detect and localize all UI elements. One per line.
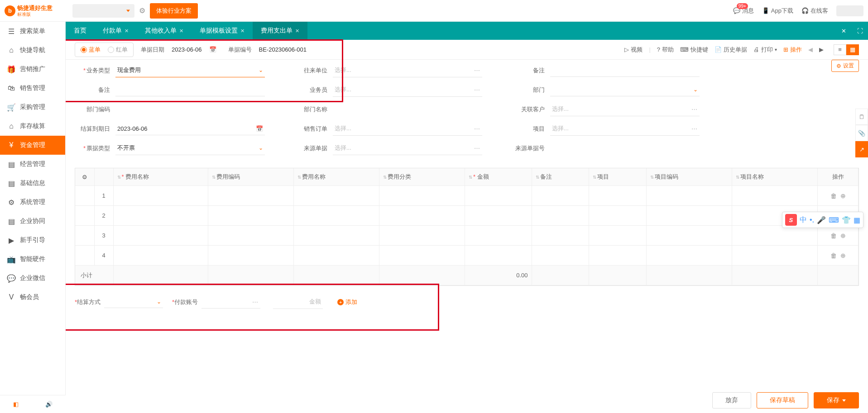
user-avatar[interactable] [836, 5, 863, 16]
tab-close-icon[interactable]: ✕ [125, 28, 129, 34]
sidebar-item-1[interactable]: ⌂快捷导航 [0, 41, 65, 60]
tab-fullscreen-icon[interactable]: ⛶ [852, 22, 868, 40]
table-settings-col[interactable]: ⚙ [75, 168, 94, 186]
tab-2[interactable]: 其他收入单✕ [137, 22, 192, 40]
pay-amount-input[interactable]: 金额 [273, 295, 323, 309]
add-row-icon[interactable]: ⊕ [840, 252, 846, 259]
gear-icon[interactable]: ⚙ [139, 6, 145, 15]
tab-1[interactable]: 付款单✕ [95, 22, 137, 40]
ime-lang[interactable]: 中 [800, 215, 807, 225]
messages-link[interactable]: 💬 消息 99+ [733, 7, 754, 15]
ime-toolbar[interactable]: S 中 •, 🎤 ⌨ 👕 ▦ [782, 212, 863, 228]
ime-punct-icon[interactable]: •, [810, 216, 814, 224]
save-button[interactable]: 保存 [814, 392, 859, 408]
sidebar-item-8[interactable]: ▤基础信息 [0, 174, 65, 193]
table-header[interactable]: ⇅* 费用名称 [113, 168, 208, 186]
online-service-link[interactable]: 🎧 在线客 [801, 7, 828, 15]
sound-icon[interactable]: 🔊 [45, 401, 53, 408]
pay-account-select[interactable]: ⋯ [201, 296, 260, 309]
source-doc-select[interactable]: 选择...⋯ [333, 141, 482, 155]
add-payment-link[interactable]: 添加 [337, 298, 357, 306]
sidebar-item-14[interactable]: V畅会员 [0, 288, 65, 307]
operator-select[interactable]: 选择...⋯ [333, 83, 482, 97]
sidebar-item-0[interactable]: ☰搜索菜单 [0, 22, 65, 41]
table-row[interactable]: 1🗑⊕ [75, 186, 858, 206]
blue-bill-radio[interactable]: 蓝单 [81, 46, 101, 54]
tab-4[interactable]: 费用支出单✕ [253, 22, 307, 40]
table-row[interactable]: 2🗑⊕ [75, 206, 858, 226]
tab-close-icon[interactable]: ✕ [240, 28, 245, 34]
tab-3[interactable]: 单据模板设置✕ [192, 22, 253, 40]
delete-row-icon[interactable]: 🗑 [830, 232, 837, 239]
prev-doc-icon[interactable]: ◀ [808, 46, 813, 53]
tab-close-icon[interactable]: ✕ [295, 28, 299, 34]
rel-customer-select[interactable]: 选择...⋯ [550, 102, 700, 116]
help-link[interactable]: ?帮助 [657, 46, 674, 54]
doc-date-value[interactable]: 2023-06-06 [172, 46, 202, 53]
list-view-button[interactable]: ≡ [834, 44, 846, 55]
table-header[interactable]: ⇅* 金额 [465, 168, 532, 186]
settle-date-input[interactable]: 2023-06-06📅 [115, 123, 265, 135]
ime-keyboard-icon[interactable]: ⌨ [829, 216, 839, 224]
tab-0[interactable]: 首页 [66, 22, 95, 40]
tab-close-icon[interactable]: ✕ [179, 28, 183, 34]
delete-row-icon[interactable]: 🗑 [830, 252, 837, 259]
ime-toolbox-icon[interactable]: ▦ [854, 216, 860, 224]
table-header[interactable]: ⇅备注 [532, 168, 589, 186]
remark-input[interactable] [550, 64, 700, 77]
operate-link[interactable]: ⊞操作 [783, 46, 802, 54]
ime-skin-icon[interactable]: 👕 [842, 216, 851, 224]
sidebar-item-6[interactable]: ¥资金管理 [0, 136, 65, 155]
tab-close-all-icon[interactable]: ✕ [835, 22, 852, 40]
red-bill-radio[interactable]: 红单 [108, 46, 128, 54]
ime-mic-icon[interactable]: 🎤 [817, 216, 826, 224]
calendar-icon[interactable]: 📅 [209, 46, 216, 53]
try-industry-button[interactable]: 体验行业方案 [150, 3, 198, 19]
biz-type-select[interactable]: 现金费用⌄ [115, 63, 265, 77]
table-header[interactable]: ⇅项目 [589, 168, 647, 186]
table-header[interactable]: ⇅费用分类 [379, 168, 465, 186]
add-row-icon[interactable]: ⊕ [840, 192, 846, 199]
sidebar-item-3[interactable]: 🛍销售管理 [0, 79, 65, 98]
sidebar-item-4[interactable]: 🛒采购管理 [0, 98, 65, 117]
rail-expand-icon[interactable]: ↗ [855, 141, 868, 157]
save-draft-button[interactable]: 保存草稿 [757, 392, 808, 408]
table-row[interactable]: 3🗑⊕ [75, 226, 858, 246]
video-link[interactable]: ▷视频 [624, 46, 643, 54]
sales-order-select[interactable]: 选择...⋯ [333, 122, 482, 136]
invoice-type-select[interactable]: 不开票⌄ [115, 141, 265, 155]
sidebar-item-13[interactable]: 💬企业微信 [0, 269, 65, 288]
add-row-icon[interactable]: ⊕ [840, 232, 846, 239]
table-header[interactable]: ⇅费用名称 [294, 168, 379, 186]
app-download-link[interactable]: 📱 App下载 [762, 7, 793, 15]
dept-select[interactable]: ⌄ [550, 84, 700, 96]
sidebar-item-10[interactable]: ▤企业协同 [0, 212, 65, 231]
company-selector[interactable] [72, 4, 134, 18]
table-header[interactable]: ⇅项目名称 [732, 168, 818, 186]
sidebar-item-5[interactable]: ⌂库存核算 [0, 117, 65, 136]
collapse-icon[interactable]: ◧ [13, 401, 19, 408]
shortcut-link[interactable]: ⌨快捷键 [680, 46, 708, 54]
delete-row-icon[interactable]: 🗑 [830, 192, 837, 199]
settle-method-select[interactable]: ⌄ [104, 296, 163, 308]
sidebar-item-11[interactable]: ▶新手引导 [0, 231, 65, 250]
settings-button[interactable]: ⚙设置 [831, 60, 859, 72]
remark2-input[interactable] [115, 84, 265, 96]
sidebar-item-9[interactable]: ⚙系统管理 [0, 193, 65, 212]
rail-attach-icon[interactable]: 📎 [855, 125, 868, 141]
sidebar-item-2[interactable]: 🎁营销推广 [0, 60, 65, 79]
project-select[interactable]: 选择...⋯ [550, 122, 700, 136]
sidebar-item-12[interactable]: 📺智能硬件 [0, 250, 65, 269]
table-row[interactable]: 4🗑⊕ [75, 246, 858, 266]
app-download-label: App下载 [771, 7, 793, 15]
rail-note-icon[interactable]: 🗒 [855, 109, 868, 125]
sidebar-item-7[interactable]: ▤经营管理 [0, 155, 65, 174]
print-link[interactable]: 🖨打印▾ [753, 46, 777, 54]
form-view-button[interactable]: ▦ [846, 44, 859, 55]
history-link[interactable]: 📄历史单据 [715, 46, 747, 54]
party-select[interactable]: 选择...⋯ [333, 63, 482, 77]
table-header[interactable]: ⇅费用编码 [208, 168, 294, 186]
discard-button[interactable]: 放弃 [712, 392, 751, 408]
table-header[interactable]: ⇅项目编码 [647, 168, 732, 186]
next-doc-icon[interactable]: ▶ [819, 46, 824, 53]
